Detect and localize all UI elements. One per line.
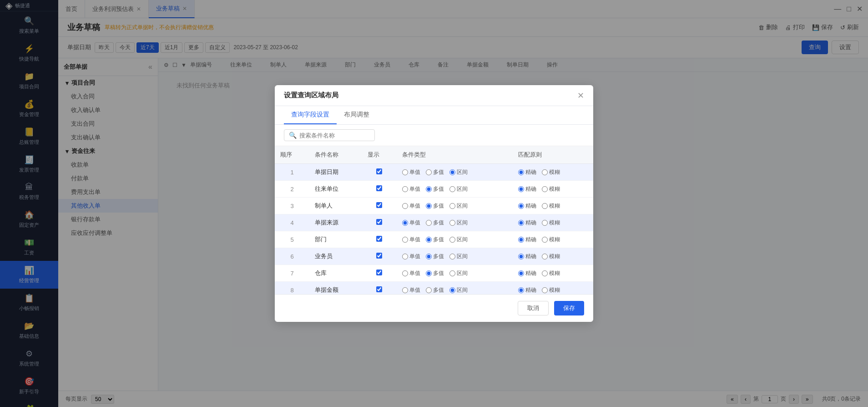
radio-single-7[interactable]: 单值 xyxy=(402,270,420,277)
modal-table-row: 5 部门 单值 多值 区间 精确 xyxy=(275,231,593,248)
cell-order: 1 xyxy=(275,164,309,181)
cell-display[interactable] xyxy=(362,181,397,198)
radio-range-6[interactable]: 区间 xyxy=(449,253,468,260)
radio-multi-5[interactable]: 多值 xyxy=(426,236,444,244)
radio-range-5[interactable]: 区间 xyxy=(449,236,468,244)
display-checkbox-6[interactable] xyxy=(376,253,382,259)
cell-match-rule: 精确 模糊 xyxy=(513,181,593,198)
tab-layout-adjust[interactable]: 布局调整 xyxy=(337,106,377,124)
cell-display[interactable] xyxy=(362,282,397,295)
radio-exact-5[interactable]: 精确 xyxy=(518,236,536,244)
search-input-wrapper: 🔍 xyxy=(284,129,375,141)
modal-save-button[interactable]: 保存 xyxy=(554,301,584,315)
radio-range-1[interactable]: 区间 xyxy=(449,168,468,176)
cell-condition-type: 单值 多值 区间 xyxy=(397,214,513,231)
radio-multi-3[interactable]: 多值 xyxy=(426,202,444,210)
display-checkbox-3[interactable] xyxy=(376,202,382,208)
display-checkbox-5[interactable] xyxy=(376,236,382,242)
display-checkbox-1[interactable] xyxy=(376,168,382,174)
radio-multi-6[interactable]: 多值 xyxy=(426,253,444,260)
radio-single-8[interactable]: 单值 xyxy=(402,286,420,294)
modal-table-row: 2 往来单位 单值 多值 区间 精确 xyxy=(275,181,593,198)
display-checkbox-8[interactable] xyxy=(376,286,382,292)
search-icon: 🔍 xyxy=(289,132,297,139)
cell-name: 单据日期 xyxy=(309,164,362,181)
radio-exact-6[interactable]: 精确 xyxy=(518,253,536,260)
modal-title: 设置查询区域布局 xyxy=(284,91,577,100)
table-header-row: 顺序 条件名称 显示 条件类型 匹配原则 xyxy=(275,146,593,164)
radio-range-3[interactable]: 区间 xyxy=(449,202,468,210)
cell-order: 3 xyxy=(275,198,309,214)
cell-name: 单据来源 xyxy=(309,214,362,231)
display-checkbox-2[interactable] xyxy=(376,185,382,191)
radio-multi-1[interactable]: 多值 xyxy=(426,168,444,176)
radio-fuzzy-2[interactable]: 模糊 xyxy=(542,185,560,193)
cell-name: 单据金额 xyxy=(309,282,362,295)
radio-exact-3[interactable]: 精确 xyxy=(518,202,536,210)
cell-order: 7 xyxy=(275,265,309,282)
radio-single-2[interactable]: 单值 xyxy=(402,185,420,193)
display-checkbox-7[interactable] xyxy=(376,270,382,275)
radio-fuzzy-1[interactable]: 模糊 xyxy=(542,168,560,176)
modal-table-row: 4 单据来源 单值 多值 区间 精确 xyxy=(275,214,593,231)
cell-order: 8 xyxy=(275,282,309,295)
cell-order: 4 xyxy=(275,214,309,231)
cell-display[interactable] xyxy=(362,214,397,231)
radio-exact-7[interactable]: 精确 xyxy=(518,270,536,277)
modal-table-row: 6 业务员 单值 多值 区间 精确 xyxy=(275,248,593,265)
radio-fuzzy-5[interactable]: 模糊 xyxy=(542,236,560,244)
col-name: 条件名称 xyxy=(309,146,362,164)
modal-table-row: 7 仓库 单值 多值 区间 精确 xyxy=(275,265,593,282)
radio-fuzzy-4[interactable]: 模糊 xyxy=(542,219,560,227)
modal-table-row: 1 单据日期 单值 多值 区间 精确 xyxy=(275,164,593,181)
radio-single-1[interactable]: 单值 xyxy=(402,168,420,176)
radio-exact-2[interactable]: 精确 xyxy=(518,185,536,193)
modal-table-row: 8 单据金额 单值 多值 区间 精确 xyxy=(275,282,593,295)
radio-fuzzy-6[interactable]: 模糊 xyxy=(542,253,560,260)
radio-single-3[interactable]: 单值 xyxy=(402,202,420,210)
cell-display[interactable] xyxy=(362,265,397,282)
modal-table-row: 3 制单人 单值 多值 区间 精确 xyxy=(275,198,593,214)
radio-fuzzy-3[interactable]: 模糊 xyxy=(542,202,560,210)
cell-condition-type: 单值 多值 区间 xyxy=(397,248,513,265)
search-input[interactable] xyxy=(299,132,372,139)
radio-multi-7[interactable]: 多值 xyxy=(426,270,444,277)
cell-name: 部门 xyxy=(309,231,362,248)
radio-multi-2[interactable]: 多值 xyxy=(426,185,444,193)
cell-condition-type: 单值 多值 区间 xyxy=(397,265,513,282)
radio-fuzzy-7[interactable]: 模糊 xyxy=(542,270,560,277)
cell-condition-type: 单值 多值 区间 xyxy=(397,181,513,198)
cell-condition-type: 单值 多值 区间 xyxy=(397,231,513,248)
cell-display[interactable] xyxy=(362,248,397,265)
radio-single-4[interactable]: 单值 xyxy=(402,219,420,227)
radio-range-8[interactable]: 区间 xyxy=(449,286,468,294)
radio-exact-1[interactable]: 精确 xyxy=(518,168,536,176)
modal-tabs: 查询字段设置 布局调整 xyxy=(275,106,593,125)
cell-match-rule: 精确 模糊 xyxy=(513,214,593,231)
radio-fuzzy-8[interactable]: 模糊 xyxy=(542,286,560,294)
col-order: 顺序 xyxy=(275,146,309,164)
radio-single-6[interactable]: 单值 xyxy=(402,253,420,260)
cell-name: 仓库 xyxy=(309,265,362,282)
cell-condition-type: 单值 多值 区间 xyxy=(397,164,513,181)
display-checkbox-4[interactable] xyxy=(376,219,382,225)
radio-multi-8[interactable]: 多值 xyxy=(426,286,444,294)
radio-single-5[interactable]: 单值 xyxy=(402,236,420,244)
cell-order: 5 xyxy=(275,231,309,248)
radio-range-4[interactable]: 区间 xyxy=(449,219,468,227)
radio-range-2[interactable]: 区间 xyxy=(449,185,468,193)
radio-exact-4[interactable]: 精确 xyxy=(518,219,536,227)
cell-order: 2 xyxy=(275,181,309,198)
cell-match-rule: 精确 模糊 xyxy=(513,231,593,248)
cell-match-rule: 精确 模糊 xyxy=(513,198,593,214)
modal-close-button[interactable]: ✕ xyxy=(577,91,584,101)
radio-multi-4[interactable]: 多值 xyxy=(426,219,444,227)
modal-header: 设置查询区域布局 ✕ xyxy=(275,85,593,106)
cell-display[interactable] xyxy=(362,198,397,214)
cancel-button[interactable]: 取消 xyxy=(518,301,549,315)
radio-range-7[interactable]: 区间 xyxy=(449,270,468,277)
cell-display[interactable] xyxy=(362,231,397,248)
radio-exact-8[interactable]: 精确 xyxy=(518,286,536,294)
tab-field-settings[interactable]: 查询字段设置 xyxy=(284,106,337,124)
cell-display[interactable] xyxy=(362,164,397,181)
